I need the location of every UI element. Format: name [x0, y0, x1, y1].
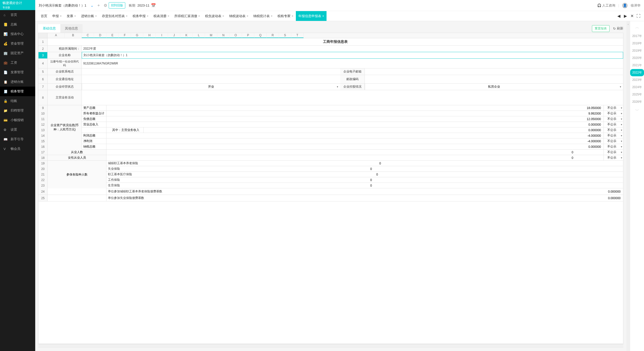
- col-head-T[interactable]: T: [291, 33, 304, 38]
- asset-value[interactable]: -4.000000: [106, 133, 603, 138]
- employees-public[interactable]: 不公示: [603, 150, 623, 155]
- tab-7[interactable]: 所得税汇算清缴×: [172, 11, 203, 21]
- add-icon[interactable]: ＋: [97, 3, 101, 8]
- year-2020年[interactable]: 2020年: [630, 54, 644, 62]
- base-unemployment-value[interactable]: 0.000000: [146, 195, 623, 201]
- asset-public[interactable]: 不公示: [603, 111, 623, 116]
- asset-value[interactable]: 0.000000: [144, 127, 603, 133]
- close-icon[interactable]: ×: [222, 14, 224, 18]
- female-public[interactable]: 不公示: [603, 155, 623, 160]
- holding-select[interactable]: 私营企业: [365, 84, 623, 90]
- expand-icon[interactable]: ⛶: [636, 14, 641, 19]
- close-icon[interactable]: ×: [60, 14, 62, 18]
- asset-value[interactable]: 0.000000: [106, 144, 603, 149]
- tab-12[interactable]: 年报信息申报表×: [296, 11, 327, 21]
- year-2025年[interactable]: 2025年: [630, 91, 644, 98]
- col-head-I[interactable]: I: [156, 33, 168, 38]
- col-head-R[interactable]: R: [267, 33, 279, 38]
- col-head-K[interactable]: K: [180, 33, 193, 38]
- insurance-value[interactable]: 0: [134, 172, 623, 177]
- nav-item-3[interactable]: 💰资金管理: [0, 39, 35, 48]
- year-up-icon[interactable]: ︿: [634, 24, 640, 31]
- address-value[interactable]: [82, 75, 340, 83]
- year-2024年[interactable]: 2024年: [630, 84, 644, 91]
- tab-prev-icon[interactable]: ◀: [616, 14, 621, 19]
- col-head-F[interactable]: F: [119, 33, 131, 38]
- year-2018年[interactable]: 2018年: [630, 40, 644, 47]
- tab-next-icon[interactable]: ▶: [623, 14, 628, 19]
- col-head-S[interactable]: S: [279, 33, 291, 38]
- female-value[interactable]: 0: [106, 155, 603, 160]
- col-head-E[interactable]: E: [106, 33, 119, 38]
- col-head-L[interactable]: L: [193, 33, 205, 38]
- consult-link[interactable]: 🎧 人工咨询: [597, 3, 615, 8]
- col-head-A[interactable]: A: [48, 33, 65, 38]
- col-head-J[interactable]: J: [168, 33, 180, 38]
- asset-public[interactable]: 不公示: [603, 105, 623, 111]
- tab-6[interactable]: 税表清册×: [151, 11, 172, 21]
- refresh-button[interactable]: ↻ 刷新: [613, 26, 623, 31]
- col-head-H[interactable]: H: [143, 33, 156, 38]
- year-2023年[interactable]: 2023年: [630, 76, 644, 84]
- insurance-value[interactable]: 0: [140, 161, 623, 166]
- col-head-D[interactable]: D: [94, 33, 106, 38]
- nav-item-13[interactable]: 📖新手引导: [0, 134, 35, 144]
- tab-4[interactable]: 存货别名对照表×: [99, 11, 130, 21]
- horizontal-scrollbar[interactable]: [38, 344, 623, 348]
- close-icon[interactable]: ×: [74, 14, 76, 18]
- col-head-C[interactable]: C: [82, 33, 94, 38]
- col-head-N[interactable]: N: [217, 33, 230, 38]
- avatar[interactable]: 👤: [622, 3, 628, 8]
- calendar-icon[interactable]: 📅: [151, 3, 156, 8]
- asset-public[interactable]: 不公示: [603, 116, 623, 122]
- tab-8[interactable]: 税负波动表×: [203, 11, 227, 21]
- asset-public[interactable]: 不公示: [603, 133, 623, 138]
- period-value[interactable]: 2023-11: [137, 4, 149, 7]
- nav-item-2[interactable]: 📊报表中心: [0, 29, 35, 39]
- nav-item-10[interactable]: 📁归档管理: [0, 106, 35, 115]
- col-head-O[interactable]: O: [230, 33, 242, 38]
- nav-item-9[interactable]: 🔒结账: [0, 96, 35, 106]
- close-icon[interactable]: ×: [198, 14, 200, 18]
- close-icon[interactable]: ×: [271, 14, 272, 18]
- tab-11[interactable]: 税检专家×: [275, 11, 296, 21]
- tab-9[interactable]: 纳税波动表×: [227, 11, 251, 21]
- asset-public[interactable]: 不公示: [603, 144, 623, 149]
- asset-public[interactable]: 不公示: [603, 127, 623, 133]
- close-icon[interactable]: ×: [168, 14, 169, 18]
- reset-button[interactable]: 重置报表: [592, 25, 610, 32]
- main-biz-value[interactable]: [82, 90, 623, 105]
- close-icon[interactable]: ×: [247, 14, 248, 18]
- user-name[interactable]: 徐泽华: [631, 3, 640, 8]
- nav-item-4[interactable]: 🏢固定资产: [0, 48, 35, 58]
- row-head[interactable]: 1: [38, 38, 48, 45]
- insurance-value[interactable]: 0: [122, 183, 623, 188]
- tab-3[interactable]: 进销台账×: [78, 11, 99, 21]
- year-2019年[interactable]: 2019年: [630, 47, 644, 54]
- close-icon[interactable]: ×: [147, 14, 148, 18]
- postal-value[interactable]: [365, 75, 623, 83]
- asset-public[interactable]: 不公示: [603, 138, 623, 144]
- col-head-P[interactable]: P: [242, 33, 254, 38]
- asset-value[interactable]: 9.992000: [106, 111, 603, 116]
- nav-item-7[interactable]: 📋进销台账: [0, 77, 35, 87]
- tab-0[interactable]: 首页: [38, 11, 50, 21]
- tab-basic-info[interactable]: 基础信息: [38, 24, 60, 33]
- base-pension-value[interactable]: 0.000000: [164, 188, 623, 195]
- asset-value[interactable]: -4.000000: [106, 138, 603, 144]
- close-icon[interactable]: ×: [126, 14, 128, 18]
- employees-value[interactable]: 0: [106, 150, 603, 155]
- nav-item-14[interactable]: V畅会员: [0, 144, 35, 154]
- tab-other-info[interactable]: 其他信息: [60, 24, 83, 33]
- nav-item-8[interactable]: 🧾税务管理: [0, 87, 35, 96]
- asset-value[interactable]: 0.000000: [106, 122, 603, 127]
- nav-item-12[interactable]: ⚙设置: [0, 125, 35, 134]
- nav-item-11[interactable]: 💳小畅报销: [0, 115, 35, 125]
- year-down-icon[interactable]: ﹀: [634, 107, 640, 114]
- insurance-value[interactable]: 0: [122, 166, 623, 171]
- col-head-Q[interactable]: Q: [254, 33, 267, 38]
- nav-item-5[interactable]: 💼工资: [0, 58, 35, 67]
- close-icon[interactable]: ×: [322, 14, 324, 18]
- col-head-B[interactable]: B: [65, 33, 82, 38]
- nav-item-6[interactable]: 📄发票管理: [0, 67, 35, 77]
